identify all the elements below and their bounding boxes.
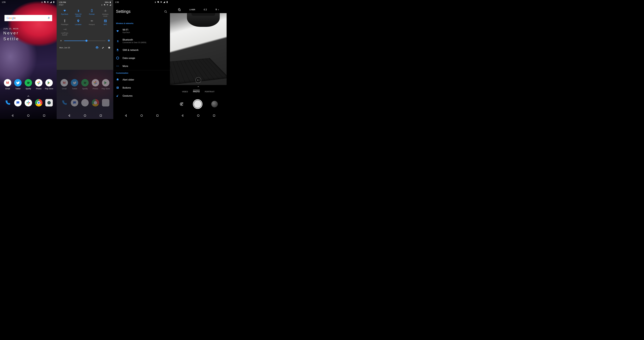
date-widget[interactable]: JUN 25, MON Never Settle [3,28,20,42]
nav-recents-icon[interactable] [212,114,216,117]
app-photos[interactable]: Photos [34,79,44,90]
edit-icon[interactable] [102,46,104,49]
app-twitter[interactable]: Twitter [13,79,22,90]
switch-camera-button[interactable] [179,102,184,107]
qs-tile-lastpass[interactable]: LastPass Autofill [58,28,72,36]
zoom-button[interactable]: 1 × [196,77,201,83]
qs-tile-airplane[interactable]: Airplane mode [98,9,112,17]
settings-list[interactable]: Wireless & networks Wi-FiPymTech Bluetoo… [113,20,170,112]
svg-point-19 [64,29,65,30]
svg-rect-15 [91,10,92,12]
setting-alert-slider[interactable]: Alert slider [113,76,170,84]
dock-messages[interactable] [13,99,22,106]
setting-buttons[interactable]: B Buttons [113,84,170,92]
brightness-auto-icon[interactable]: A [107,39,110,42]
qs-time: 1:55 PM [59,1,66,4]
svg-point-10 [27,114,29,116]
svg-rect-3 [48,17,49,18]
svg-rect-29 [167,1,168,3]
google-search-bar[interactable]: Google [4,15,52,21]
ratio-button[interactable]: 4:3 [204,8,207,11]
nav-bar [57,112,113,119]
sim-icon [116,48,119,52]
svg-point-25 [97,47,98,48]
qs-tile-location[interactable]: Location [72,19,85,26]
shutter-button[interactable] [193,99,202,109]
mic-icon[interactable] [48,17,50,20]
qs-footer-date: Mon, Jun 25 [59,46,70,49]
mode-photo[interactable]: PHOTO [193,90,200,93]
setting-gestures[interactable]: Gestures [113,92,170,100]
svg-rect-33 [117,50,118,51]
user-icon[interactable] [96,46,98,49]
nav-home-icon[interactable] [84,114,86,117]
nav-back-icon[interactable] [11,114,14,117]
qs-tile-nfc[interactable]: NFC [98,19,112,26]
dock-slack[interactable] [24,99,33,106]
svg-rect-8 [28,103,28,104]
nav-home-icon[interactable] [197,114,200,117]
dock-phone[interactable] [3,99,12,106]
nav-back-icon[interactable] [68,114,71,117]
gallery-thumbnail[interactable] [211,101,218,107]
status-bar: 1:56 [113,0,170,4]
dock-camera[interactable] [44,99,54,106]
gear-icon[interactable] [108,46,110,49]
nav-back-icon[interactable] [181,114,184,117]
chevron-up-icon[interactable] [197,86,200,88]
signal-icon [109,4,111,6]
carrier-name: AT&T [59,4,64,6]
mode-video[interactable]: VIDEO [182,91,188,93]
svg-point-26 [84,114,86,116]
slogan-line2: Settle [3,36,20,42]
qs-status-bar: 1:55 PM 56% [57,0,113,4]
dock-chrome[interactable] [34,99,44,106]
flash-icon [215,8,218,11]
signal-icon [163,1,165,3]
svg-rect-7 [26,102,28,103]
brightness-slider[interactable]: A [57,36,113,42]
qs-tile-rotation[interactable]: Portrait [85,9,98,17]
nav-back-icon[interactable] [124,114,127,117]
flash-button[interactable]: A [215,8,219,11]
camera-viewfinder[interactable]: 1 × [170,13,226,85]
setting-sim[interactable]: SIM & network [113,46,170,54]
svg-point-47 [197,114,199,116]
svg-point-31 [164,10,166,12]
qs-carrier-row: AT&T [57,4,113,8]
app-playstore[interactable]: Play Store [44,79,54,90]
slider-track[interactable] [64,40,106,41]
svg-rect-12 [110,2,110,3]
setting-more[interactable]: More [113,62,170,70]
svg-point-5 [49,17,50,18]
nav-home-icon[interactable] [27,114,30,117]
signal-icon [50,1,52,3]
hdr-button[interactable]: AHDR [189,9,195,11]
nav-recents-icon[interactable] [43,114,46,117]
qs-tile-wifi[interactable]: PymTech [58,9,72,17]
svg-point-46 [181,104,182,104]
app-gmail[interactable]: MGmail [3,79,12,90]
app-drawer-arrow-icon[interactable] [27,95,30,98]
qs-battery: 56% [105,1,109,4]
setting-data-usage[interactable]: Data usage [113,54,170,62]
search-icon[interactable] [164,10,167,13]
nav-home-icon[interactable] [140,114,143,117]
qs-footer: Mon, Jun 25 [57,42,113,51]
quick-settings-panel: 1:55 PM 56% AT&T PymTech Gear S3 (88D8) … [57,0,113,70]
svg-rect-6 [28,101,28,102]
setting-wifi[interactable]: Wi-FiPymTech [113,26,170,36]
qs-tile-hotspot[interactable]: Hotspot [85,19,98,26]
svg-point-18 [64,29,64,30]
status-time: 1:55 [2,1,6,3]
gestures-icon [116,94,119,98]
setting-bluetooth[interactable]: BluetoothConnected to Gear S3 (88D8) [113,36,170,46]
mode-portrait[interactable]: PORTRAIT [205,91,214,93]
nav-recents-icon[interactable] [99,114,102,117]
status-bar: 1:55 [0,0,57,4]
qs-tile-bluetooth[interactable]: Gear S3 (88D8) [72,9,85,17]
qs-tile-flashlight[interactable]: Flashlight [58,19,72,26]
app-spotify[interactable]: Spotify [24,79,33,90]
timer-button[interactable] [178,8,181,11]
nav-recents-icon[interactable] [156,114,159,117]
